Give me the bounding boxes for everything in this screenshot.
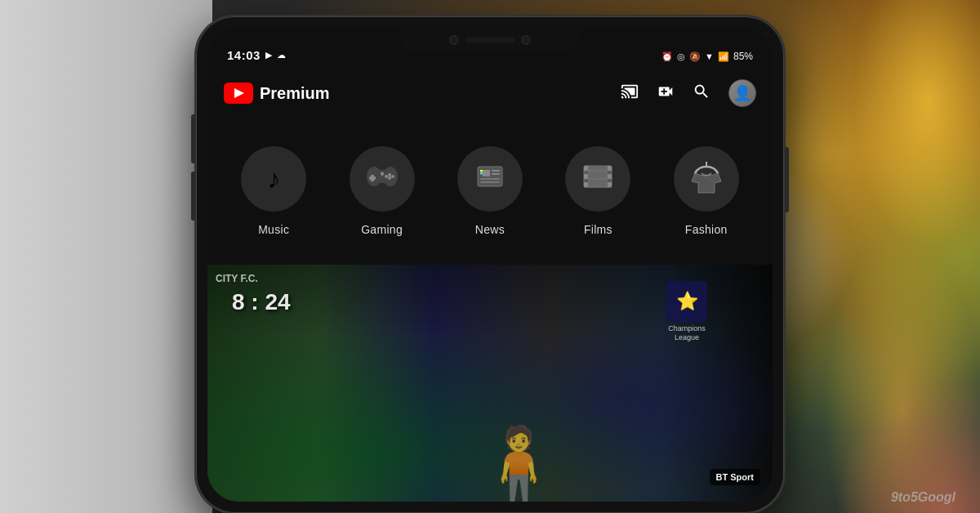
youtube-logo-area[interactable]: Premium	[224, 83, 330, 104]
svg-rect-23	[584, 182, 588, 187]
music-label: Music	[258, 223, 289, 236]
films-icon	[581, 162, 614, 197]
fashion-icon	[690, 158, 723, 200]
svg-rect-13	[480, 178, 500, 180]
music-circle: ♪	[241, 146, 306, 212]
svg-point-7	[388, 176, 391, 180]
films-circle	[565, 146, 630, 212]
cl-text: ChampionsLeague	[668, 324, 706, 342]
silent-icon: 🔕	[689, 51, 701, 62]
hand-area	[817, 350, 980, 513]
fashion-circle	[674, 146, 739, 212]
status-right: ⏰ ◎ 🔕 ▼ 📶 85%	[662, 51, 753, 62]
svg-point-8	[385, 175, 388, 178]
city-fc-text: CITY F.C.	[216, 273, 258, 284]
news-circle	[457, 146, 523, 212]
svg-rect-11	[492, 170, 500, 172]
sensor	[521, 35, 531, 45]
play-triangle	[234, 88, 244, 98]
status-left: 14:03 ▶ ☁	[227, 48, 286, 62]
phone-screen: 14:03 ▶ ☁ ⏰ ◎ 🔕 ▼ 📶 85%	[207, 28, 773, 502]
bt-sport-badge: BT Sport	[710, 469, 760, 485]
category-films[interactable]: Films	[565, 146, 630, 236]
gaming-label: Gaming	[361, 223, 403, 236]
news-label: News	[475, 223, 505, 236]
svg-rect-19	[584, 166, 588, 171]
video-thumbnail-area: CITY F.C. 8 : 24 ⭐ ChampionsLeague 🧍 BT …	[207, 265, 773, 502]
alarm-icon: ⏰	[662, 51, 673, 62]
films-label: Films	[584, 223, 612, 236]
svg-point-6	[391, 175, 394, 178]
location-icon: ◎	[677, 51, 685, 62]
cast-icon[interactable]	[621, 83, 639, 105]
battery-percent: 85%	[733, 51, 753, 62]
youtube-status-icon: ▶	[265, 50, 272, 60]
fashion-label: Fashion	[685, 223, 728, 236]
phone-body: 14:03 ▶ ☁ ⏰ ◎ 🔕 ▼ 📶 85%	[196, 16, 784, 513]
svg-rect-12	[492, 173, 500, 175]
svg-rect-17	[480, 175, 483, 176]
svg-rect-22	[608, 174, 612, 179]
phone-notch	[400, 28, 580, 52]
category-news[interactable]: News	[457, 146, 523, 236]
add-video-icon[interactable]	[657, 83, 675, 105]
news-icon	[474, 160, 506, 199]
gaming-circle	[350, 146, 415, 212]
cl-logo-icon: ⭐	[666, 281, 707, 322]
svg-rect-15	[480, 170, 483, 172]
svg-rect-14	[480, 181, 500, 183]
cloud-status-icon: ☁	[277, 50, 286, 60]
youtube-logo-icon	[224, 83, 253, 104]
category-fashion[interactable]: Fashion	[674, 146, 739, 236]
svg-rect-16	[480, 172, 483, 174]
svg-rect-20	[608, 166, 612, 171]
status-time: 14:03	[227, 48, 261, 62]
svg-rect-21	[584, 174, 588, 179]
category-music[interactable]: ♪ Music	[241, 146, 306, 236]
bokeh-left	[0, 0, 212, 513]
gaming-icon	[367, 165, 398, 194]
signal-icon: 📶	[718, 51, 729, 62]
header-icons-group: 👤	[621, 79, 756, 107]
svg-rect-24	[608, 182, 612, 187]
svg-rect-25	[589, 166, 607, 187]
champions-league-badge: ⭐ ChampionsLeague	[666, 281, 707, 342]
search-icon[interactable]	[693, 83, 710, 105]
score-overlay: 8 : 24	[232, 289, 291, 315]
wifi-icon: ▼	[705, 51, 714, 61]
categories-area: ♪ Music	[207, 118, 773, 265]
site-watermark: 9to5Googl	[891, 490, 956, 505]
svg-rect-4	[369, 176, 376, 180]
user-avatar[interactable]: 👤	[728, 79, 756, 107]
music-icon: ♪	[267, 164, 280, 194]
youtube-brand-text: Premium	[260, 84, 330, 103]
phone-device: 14:03 ▶ ☁ ⏰ ◎ 🔕 ▼ 📶 85%	[196, 16, 784, 513]
player-figure: 🧍	[473, 428, 564, 502]
front-camera	[449, 35, 459, 45]
svg-point-5	[388, 173, 391, 176]
speaker-grille	[466, 38, 514, 42]
youtube-header: Premium	[207, 69, 773, 118]
category-gaming[interactable]: Gaming	[350, 146, 415, 236]
